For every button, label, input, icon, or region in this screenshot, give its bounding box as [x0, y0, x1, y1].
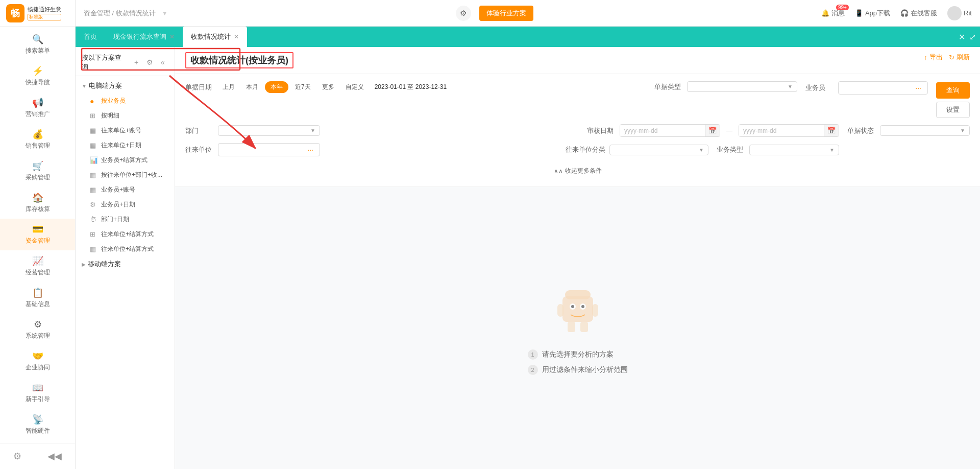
partner-category-arrow: ▼	[699, 147, 704, 153]
query-button[interactable]: 查询	[936, 82, 970, 99]
scheme-group-mobile[interactable]: ▶ 移动端方案	[76, 256, 175, 272]
scheme-item-label-by_salesperson: 按业务员	[101, 97, 126, 105]
scheme-panel: 按以下方案查询 + ⚙ « ▼ 电脑端方案 ●按业务员⊞按明细▦往来单位+账号▦…	[76, 47, 175, 469]
scheme-item-partner_settlement2[interactable]: ▦往来单位+结算方式	[76, 242, 175, 256]
doc-type-label: 单据类型	[654, 82, 683, 91]
sidebar-label-marketing: 营销推广	[26, 110, 50, 119]
sidebar-label-inventory: 库存核算	[26, 205, 50, 214]
doc-type-arrow: ▼	[788, 84, 793, 89]
review-date-start-input[interactable]	[620, 125, 705, 136]
inventory-icon: 🏠	[32, 192, 43, 203]
dept-dropdown[interactable]: ▼	[218, 125, 320, 136]
partner-more-dots[interactable]: ···	[305, 146, 315, 154]
sidebar-item-finance[interactable]: 💳 资金管理	[0, 219, 75, 250]
sidebar-nav: 🔍 搜索菜单 ⚡ 快捷导航 📢 营销推广 💰 销售管理 🛒 采购管理 🏠 库存核…	[0, 27, 75, 443]
sidebar-item-guide[interactable]: 📖 新手引导	[0, 377, 75, 409]
sidebar: 畅 畅捷通好生意 标准版 🔍 搜索菜单 ⚡ 快捷导航 📢 营销推广 💰 销售管理…	[0, 0, 76, 469]
close-tab-receipt[interactable]: ✕	[234, 33, 239, 40]
date-option-this_year[interactable]: 本年	[265, 81, 288, 93]
add-scheme-btn[interactable]: +	[131, 57, 142, 68]
collapse-filters-btn[interactable]: ∧∧ 收起更多条件	[185, 162, 970, 179]
sidebar-item-operations[interactable]: 📈 经营管理	[0, 250, 75, 282]
scheme-item-partner_settlement1[interactable]: ⊞往来单位+结算方式	[76, 227, 175, 242]
biz-type-dropdown[interactable]: ▼	[749, 145, 839, 155]
scheme-icon-partner_date: ▦	[90, 142, 98, 149]
biz-type-label: 业务类型	[717, 145, 745, 154]
search-icon: 🔍	[32, 34, 43, 45]
scheme-settings-btn[interactable]: ⚙	[144, 57, 155, 68]
scheme-item-partner_dept_receipt[interactable]: ▦按往来单位+部门+收...	[76, 168, 175, 182]
sidebar-label-purchase: 采购管理	[26, 173, 50, 182]
salesperson-dropdown[interactable]: ···	[838, 81, 928, 95]
sidebar-item-system[interactable]: ⚙ 系统管理	[0, 314, 75, 345]
collapse-scheme-btn[interactable]: «	[157, 57, 168, 68]
scheme-item-by_salesperson[interactable]: ●按业务员	[76, 93, 175, 108]
sidebar-item-purchase[interactable]: 🛒 采购管理	[0, 155, 75, 187]
date-option-more[interactable]: 更多	[317, 81, 339, 93]
sidebar-label-basic: 基础信息	[26, 300, 50, 309]
scheme-item-partner_date[interactable]: ▦往来单位+日期	[76, 138, 175, 153]
tab-label-bank: 现金银行流水查询	[113, 32, 166, 41]
date-option-last_7_days[interactable]: 近7天	[290, 81, 315, 93]
scheme-item-partner_account[interactable]: ▦往来单位+账号	[76, 123, 175, 138]
tab-bank[interactable]: 现金银行流水查询✕	[105, 27, 183, 47]
app-download-btn[interactable]: 📱 App下载	[855, 9, 890, 18]
scheme-item-by_detail[interactable]: ⊞按明细	[76, 108, 175, 123]
sidebar-item-enterprise[interactable]: 🤝 企业协同	[0, 345, 75, 377]
scheme-group-desktop[interactable]: ▼ 电脑端方案	[76, 78, 175, 93]
operations-icon: 📈	[32, 255, 43, 267]
scheme-item-salesperson_settlement[interactable]: 📊业务员+结算方式	[76, 153, 175, 168]
sidebar-item-iot[interactable]: 📡 智能硬件	[0, 409, 75, 440]
scheme-item-salesperson_account[interactable]: ▦业务员+账号	[76, 182, 175, 197]
date-picker-start-icon[interactable]: 📅	[705, 125, 720, 136]
date-picker-end-icon[interactable]: 📅	[824, 125, 839, 136]
close-all-tabs-icon[interactable]: ✕	[959, 32, 965, 42]
partner-dropdown[interactable]: ···	[218, 143, 320, 156]
group-arrow-desktop: ▼	[82, 83, 87, 89]
scheme-item-dept_date[interactable]: ⏱部门+日期	[76, 212, 175, 227]
refresh-btn[interactable]: ↻ 刷新	[949, 53, 970, 62]
sidebar-item-marketing[interactable]: 📢 营销推广	[0, 92, 75, 124]
date-option-custom[interactable]: 自定义	[341, 81, 369, 93]
sidebar-item-basic[interactable]: 📋 基础信息	[0, 282, 75, 314]
doc-type-dropdown[interactable]: ▼	[687, 81, 797, 92]
sidebar-item-quicknav[interactable]: ⚡ 快捷导航	[0, 60, 75, 92]
partner-category-dropdown[interactable]: ▼	[609, 145, 708, 155]
scheme-item-label-partner_dept_receipt: 按往来单位+部门+收...	[101, 171, 162, 179]
sidebar-item-inventory[interactable]: 🏠 库存核算	[0, 187, 75, 219]
date-option-this_month[interactable]: 本月	[241, 81, 263, 93]
gear-settings-btn[interactable]: ⚙	[456, 6, 471, 21]
notification-btn[interactable]: 🔔 消息 99+	[821, 9, 845, 18]
scheme-icon-partner_dept_receipt: ▦	[90, 171, 98, 179]
sidebar-label-guide: 新手引导	[26, 395, 50, 404]
step-2: 2 用过滤条件来缩小分析范围	[528, 365, 628, 375]
svg-rect-1	[557, 304, 564, 317]
svg-rect-4	[580, 322, 588, 332]
date-range-text: 2023-01-01 至 2023-12-31	[375, 83, 447, 91]
date-option-last_month[interactable]: 上月	[218, 81, 239, 93]
doc-status-dropdown[interactable]: ▼	[880, 125, 970, 136]
online-service-btn[interactable]: 🎧 在线客服	[900, 9, 937, 18]
sidebar-label-iot: 智能硬件	[26, 427, 50, 435]
tab-bar: 首页现金银行流水查询✕收款情况统计✕ ✕ ⤢	[76, 27, 980, 47]
scheme-item-label-dept_date: 部门+日期	[101, 215, 129, 224]
settings-bottom-icon[interactable]: ⚙	[11, 449, 23, 464]
group-arrow-mobile: ▶	[82, 262, 86, 267]
salesperson-more[interactable]: ···	[913, 84, 923, 92]
sidebar-item-search[interactable]: 🔍 搜索菜单	[0, 29, 75, 60]
maximize-icon[interactable]: ⤢	[969, 32, 976, 42]
review-date-end-input[interactable]	[739, 125, 824, 136]
filter-settings-button[interactable]: 设置	[936, 102, 970, 118]
sidebar-item-sales[interactable]: 💰 销售管理	[0, 124, 75, 155]
tab-receipt[interactable]: 收款情况统计✕	[183, 27, 247, 47]
tab-home[interactable]: 首页	[76, 27, 105, 47]
main-area: 资金管理 / 收款情况统计 ▼ ⚙ 体验行业方案 🔔 消息 99+ 📱 App下…	[76, 0, 980, 469]
scheme-item-salesperson_date[interactable]: ⚙业务员+日期	[76, 197, 175, 212]
collapse-sidebar-icon[interactable]: ◀◀	[45, 449, 64, 464]
empty-illustration	[547, 276, 608, 337]
export-btn[interactable]: ↑ 导出	[924, 53, 943, 62]
close-tab-bank[interactable]: ✕	[169, 33, 175, 40]
empty-state: 1 请先选择要分析的方案 2 用过滤条件来缩小分析范围	[175, 187, 980, 469]
trial-industry-button[interactable]: 体验行业方案	[479, 6, 533, 21]
user-avatar-area[interactable]: Rit	[947, 6, 972, 20]
